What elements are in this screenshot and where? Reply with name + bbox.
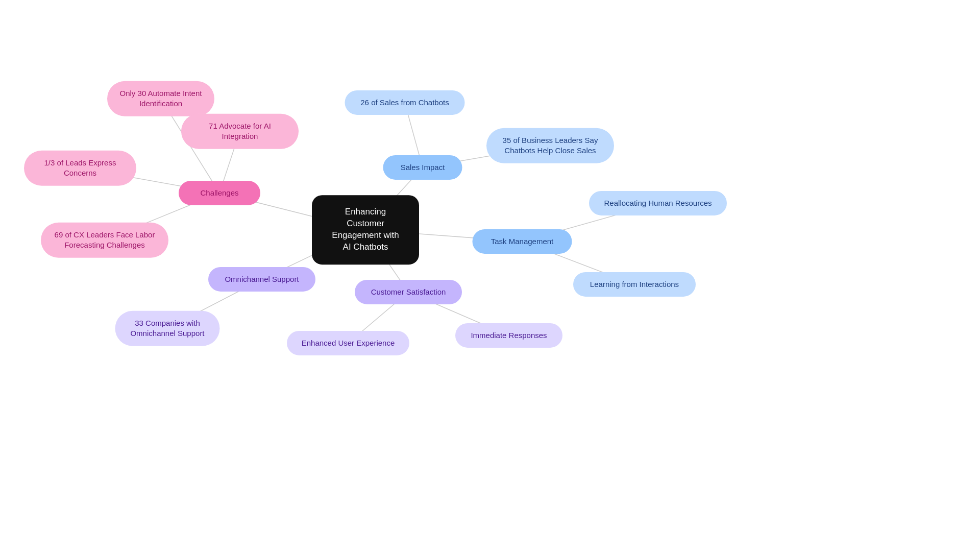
node-immediate: Immediate Responses	[455, 323, 562, 348]
center-node: Enhancing Customer Engagement with AI Ch…	[312, 195, 419, 265]
node-cx-leaders: 69 of CX Leaders Face Labor Forecasting …	[41, 223, 168, 258]
node-sales-chatbots: 26 of Sales from Chatbots	[345, 90, 465, 115]
node-advocate: 71 Advocate for AI Integration	[181, 114, 299, 149]
node-challenges: Challenges	[179, 181, 260, 205]
node-automate: Only 30 Automate Intent Identification	[107, 81, 214, 116]
node-sales-impact: Sales Impact	[383, 155, 462, 180]
mindmap-container: Enhancing Customer Engagement with AI Ch…	[0, 0, 980, 553]
node-reallocating: Reallocating Human Resources	[589, 191, 727, 215]
node-omnichannel: Omnichannel Support	[208, 267, 315, 292]
node-leads: 1/3 of Leads Express Concerns	[24, 151, 136, 186]
node-enhanced-ux: Enhanced User Experience	[287, 331, 409, 355]
node-customer-satisfaction: Customer Satisfaction	[355, 280, 462, 304]
node-business-leaders: 35 of Business Leaders Say Chatbots Help…	[486, 128, 614, 163]
node-learning: Learning from Interactions	[573, 272, 696, 297]
node-companies: 33 Companies with Omnichannel Support	[115, 311, 220, 346]
node-task-management: Task Management	[473, 229, 572, 254]
